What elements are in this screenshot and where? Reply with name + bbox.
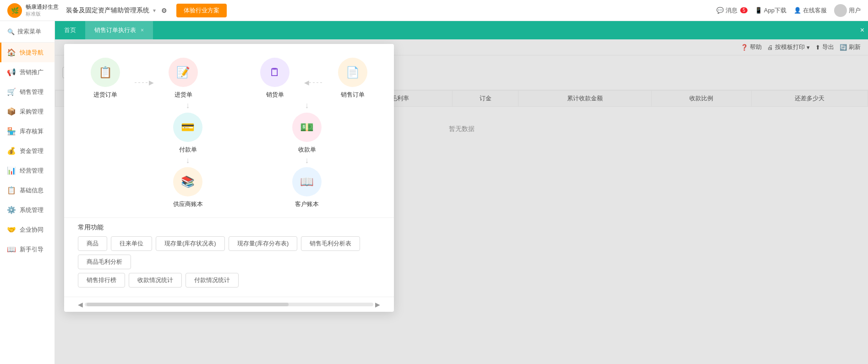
sidebar: 🔍 搜索菜单 🏠 快捷导航 📢 营销推广 🛒 销售管理 📦 采购管理 🏪 库存核… bbox=[0, 21, 55, 364]
phone-icon: 📱 bbox=[755, 7, 762, 14]
modal-overlay[interactable]: 📋 进货订单 ▶ 📝 进货单 bbox=[55, 39, 868, 364]
receipt-bill-node[interactable]: 💵 收款单 bbox=[279, 113, 334, 154]
logo-icon: 🌿 bbox=[7, 3, 22, 18]
sidebar-item-system[interactable]: ⚙️ 系统管理 bbox=[0, 200, 55, 220]
service-icon: 👤 bbox=[794, 7, 801, 14]
purchase-bill-col: 📝 进货单 bbox=[156, 58, 211, 99]
arrow-head-left: ◀ bbox=[304, 79, 309, 86]
purchase-bill-node[interactable]: 📝 进货单 bbox=[156, 58, 211, 99]
tab-bar-close-icon[interactable]: × bbox=[860, 26, 864, 34]
sidebar-item-finance[interactable]: 💰 资金管理 bbox=[0, 141, 55, 161]
newbie-icon: 📖 bbox=[7, 245, 16, 254]
tab-sales-exec[interactable]: 销售订单执行表 × bbox=[85, 21, 153, 39]
marketing-icon: 📢 bbox=[7, 68, 16, 76]
arrow-down-receipt: ↓ bbox=[305, 101, 309, 111]
purchase-order-col: 📋 进货订单 bbox=[78, 58, 133, 99]
arrow-down-supplier: ↓ bbox=[186, 156, 190, 166]
basic-icon: 📋 bbox=[7, 186, 16, 195]
btn-sales-ranking[interactable]: 销售排行榜 bbox=[78, 273, 125, 288]
arrow-purchase-to-bill: ▶ bbox=[133, 79, 156, 86]
scrollbar-thumb[interactable] bbox=[87, 303, 289, 306]
receipt-bill-icon[interactable]: 💵 bbox=[292, 113, 322, 142]
content-area: ❓ 帮助 🖨 按模板打印 ▾ ⬆ 导出 🔄 刷新 bbox=[55, 39, 868, 364]
payment-bill-node[interactable]: 💳 付款单 bbox=[160, 113, 215, 154]
sidebar-item-operation[interactable]: 📊 经营管理 bbox=[0, 161, 55, 180]
user-avatar[interactable]: 用户 bbox=[834, 4, 861, 17]
common-buttons-row-2: 销售排行榜 收款情况统计 付款情况统计 bbox=[78, 273, 380, 288]
arrow-head-right: ▶ bbox=[149, 79, 154, 86]
btn-product-gross[interactable]: 商品毛利分析 bbox=[78, 255, 131, 269]
purchase-order-label: 进货订单 bbox=[93, 91, 117, 99]
sidebar-item-enterprise[interactable]: 🤝 企业协同 bbox=[0, 220, 55, 239]
quick-nav-modal: 📋 进货订单 ▶ 📝 进货单 bbox=[64, 44, 394, 312]
sidebar-item-quick[interactable]: 🏠 快捷导航 bbox=[0, 43, 55, 62]
operation-icon: 📊 bbox=[7, 166, 16, 175]
sales-order-icon[interactable]: 📄 bbox=[338, 58, 367, 87]
customer-ledger-label: 客户账本 bbox=[295, 200, 319, 208]
logo-text: 畅康通好生意 标准版 bbox=[26, 4, 59, 17]
supplier-ledger-node[interactable]: 📚 供应商账本 bbox=[160, 167, 215, 208]
sidebar-item-purchase[interactable]: 📦 采购管理 bbox=[0, 102, 55, 121]
payment-bill-icon[interactable]: 💳 bbox=[173, 113, 202, 142]
sales-bill-label: 销货单 bbox=[266, 91, 284, 99]
settings-icon[interactable]: ⚙ bbox=[161, 7, 167, 14]
sales-bill-icon[interactable]: 🗒 bbox=[260, 58, 289, 87]
purchase-bill-icon[interactable]: 📝 bbox=[169, 58, 198, 87]
btn-contact[interactable]: 往来单位 bbox=[111, 236, 152, 251]
logo-area: 🌿 畅康通好生意 标准版 bbox=[7, 3, 62, 18]
avatar-image bbox=[834, 4, 847, 17]
sales-order-node[interactable]: 📄 销售订单 bbox=[325, 58, 380, 99]
message-icon: 💬 bbox=[716, 7, 724, 14]
sales-bill-node[interactable]: 🗒 销货单 bbox=[247, 58, 302, 99]
btn-payment-stats[interactable]: 付款情况统计 bbox=[186, 273, 239, 288]
tab-bar: 首页 销售订单执行表 × × bbox=[55, 21, 868, 39]
sales-order-label: 销售订单 bbox=[341, 91, 365, 99]
sidebar-item-marketing[interactable]: 📢 营销推广 bbox=[0, 62, 55, 82]
customer-ledger-node[interactable]: 📖 客户账本 bbox=[279, 167, 334, 208]
common-functions-title: 常用功能 bbox=[78, 218, 380, 236]
scroll-left-button[interactable]: ◀ bbox=[78, 301, 83, 308]
online-service-button[interactable]: 👤 在线客服 bbox=[794, 6, 827, 15]
scroll-right-button[interactable]: ▶ bbox=[375, 301, 380, 308]
payment-bill-label: 付款单 bbox=[179, 146, 197, 154]
main-area: 首页 销售订单执行表 × × ❓ 帮助 🖨 按模板打印 ▾ ⬆ bbox=[55, 21, 868, 364]
sidebar-item-newbie[interactable]: 📖 新手引导 bbox=[0, 239, 55, 259]
experience-button[interactable]: 体验行业方案 bbox=[176, 4, 227, 17]
arrow-line bbox=[135, 82, 149, 83]
message-badge: 5 bbox=[740, 7, 748, 13]
supplier-ledger-label: 供应商账本 bbox=[173, 200, 203, 208]
sidebar-item-sales[interactable]: 🛒 销售管理 bbox=[0, 82, 55, 102]
purchase-order-node: 📋 进货订单 bbox=[78, 58, 133, 99]
scrollbar-row: ◀ ▶ bbox=[64, 297, 394, 312]
customer-ledger-icon[interactable]: 📖 bbox=[292, 167, 322, 196]
arrow-line-2 bbox=[309, 82, 323, 83]
purchase-icon: 📦 bbox=[7, 107, 16, 116]
sales-icon: 🛒 bbox=[7, 87, 16, 96]
sales-order-col: 📄 销售订单 bbox=[325, 58, 380, 99]
stock-icon: 🏪 bbox=[7, 127, 16, 136]
arrow-sales-order-to-bill: ◀ bbox=[302, 79, 325, 86]
system-icon: ⚙️ bbox=[7, 206, 16, 214]
tab-home[interactable]: 首页 bbox=[55, 21, 85, 39]
flow-section: 📋 进货订单 ▶ 📝 进货单 bbox=[64, 44, 394, 217]
btn-stock-dist[interactable]: 现存量(库存分布表) bbox=[229, 236, 298, 251]
app-download-button[interactable]: 📱 App下载 bbox=[755, 6, 786, 15]
btn-stock-status[interactable]: 现存量(库存状况表) bbox=[156, 236, 225, 251]
btn-product[interactable]: 商品 bbox=[78, 236, 107, 251]
sidebar-item-basic[interactable]: 📋 基础信息 bbox=[0, 180, 55, 200]
btn-sales-gross[interactable]: 销售毛利分析表 bbox=[301, 236, 360, 251]
purchase-bill-label: 进货单 bbox=[175, 91, 192, 99]
search-menu-button[interactable]: 🔍 搜索菜单 bbox=[4, 26, 51, 38]
search-icon: 🔍 bbox=[7, 28, 15, 35]
purchase-order-icon[interactable]: 📋 bbox=[91, 58, 120, 87]
sidebar-item-stock[interactable]: 🏪 库存核算 bbox=[0, 121, 55, 141]
tab-close-icon[interactable]: × bbox=[141, 27, 144, 33]
scrollbar-track[interactable] bbox=[85, 303, 373, 306]
dropdown-arrow-icon[interactable]: ▾ bbox=[153, 7, 156, 14]
supplier-ledger-icon[interactable]: 📚 bbox=[173, 167, 202, 196]
common-buttons-row-1: 商品 往来单位 现存量(库存状况表) 现存量(库存分布表) 销售毛利分析表 商品… bbox=[78, 236, 380, 269]
message-button[interactable]: 💬 消息 5 bbox=[716, 6, 748, 15]
btn-receipt-stats[interactable]: 收款情况统计 bbox=[129, 273, 182, 288]
enterprise-icon: 🤝 bbox=[7, 225, 16, 234]
sidebar-search-area[interactable]: 🔍 搜索菜单 bbox=[0, 21, 55, 43]
